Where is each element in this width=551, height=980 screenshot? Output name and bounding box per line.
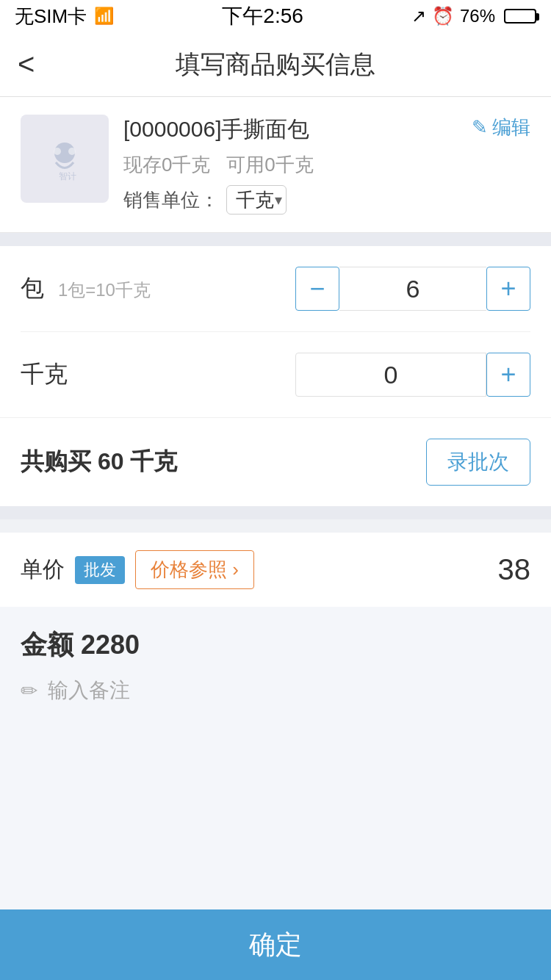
total-text: 共购买 60 千克: [21, 446, 177, 478]
back-button[interactable]: <: [18, 48, 35, 81]
bag-minus-button[interactable]: −: [295, 267, 339, 311]
unit-select[interactable]: 千克: [226, 185, 287, 215]
amount-section: 金额 2280 ✏ 输入备注: [0, 607, 551, 716]
status-bar: 无SIM卡 📶 下午2:56 ↗ ⏰ 76%: [0, 0, 551, 32]
kg-label: 千克: [21, 359, 295, 391]
confirm-label: 确定: [249, 927, 302, 963]
price-value: 38: [498, 553, 531, 586]
product-stock: 现存0千克 可用0千克: [123, 152, 530, 178]
status-left: 无SIM卡 📶: [15, 4, 114, 29]
pencil-icon: ✏: [21, 679, 37, 703]
price-label: 单价 批发 价格参照 ›: [21, 550, 254, 589]
remark-placeholder: 输入备注: [48, 677, 130, 705]
wifi-icon: 📶: [94, 7, 114, 26]
bag-quantity-input[interactable]: [339, 267, 486, 311]
price-section: 单价 批发 价格参照 › 38: [0, 533, 551, 607]
carrier-label: 无SIM卡: [15, 4, 87, 29]
section-separator-1: [0, 233, 551, 246]
amount-row: 金额 2280: [21, 627, 530, 663]
edit-icon: ✎: [472, 116, 488, 139]
bag-sub-label: 1包=10千克: [58, 280, 151, 300]
product-card: 智计 [0000006]手撕面包 ✎ 编辑 现存0千克 可用0千克 销售单位： …: [0, 97, 551, 233]
quantity-section: 包 1包=10千克 − + 千克 +: [0, 246, 551, 417]
location-icon: ↗: [411, 6, 426, 26]
battery-percent: 76%: [460, 6, 495, 26]
kg-qty-controls: +: [295, 353, 530, 397]
alarm-icon: ⏰: [432, 6, 454, 26]
edit-label: 编辑: [492, 115, 530, 140]
battery-icon: [504, 9, 536, 24]
status-time: 下午2:56: [222, 2, 303, 30]
price-reference-button[interactable]: 价格参照 ›: [135, 550, 254, 589]
edit-button[interactable]: ✎ 编辑: [472, 115, 530, 140]
kg-quantity-input[interactable]: [295, 353, 486, 397]
svg-text:智计: 智计: [59, 171, 76, 181]
bag-label: 包 1包=10千克: [21, 273, 295, 305]
page-title: 填写商品购买信息: [176, 48, 375, 82]
bag-plus-button[interactable]: +: [486, 267, 530, 311]
nav-bar: < 填写商品购买信息: [0, 32, 551, 97]
svg-point-1: [54, 148, 61, 155]
batch-button[interactable]: 录批次: [426, 439, 530, 486]
bag-quantity-row: 包 1包=10千克 − +: [21, 246, 530, 332]
section-separator-2: [0, 506, 551, 519]
kg-plus-button[interactable]: +: [486, 353, 530, 397]
product-unit-row: 销售单位： 千克: [123, 185, 530, 215]
amount-value: 2280: [81, 630, 140, 660]
confirm-button[interactable]: 确定: [0, 909, 551, 980]
status-right: ↗ ⏰ 76%: [411, 6, 536, 26]
wholesale-badge: 批发: [75, 556, 125, 584]
product-info: [0000006]手撕面包 ✎ 编辑 现存0千克 可用0千克 销售单位： 千克: [123, 115, 530, 215]
total-section: 共购买 60 千克 录批次: [0, 417, 551, 506]
kg-quantity-row: 千克 +: [21, 332, 530, 417]
remark-row[interactable]: ✏ 输入备注: [21, 677, 530, 705]
bag-qty-controls: − +: [295, 267, 530, 311]
svg-point-2: [68, 148, 76, 155]
product-thumbnail: 智计: [21, 115, 109, 203]
product-logo-icon: 智计: [43, 137, 87, 181]
unit-select-wrap[interactable]: 千克: [226, 185, 287, 215]
product-name: [0000006]手撕面包: [123, 115, 309, 145]
